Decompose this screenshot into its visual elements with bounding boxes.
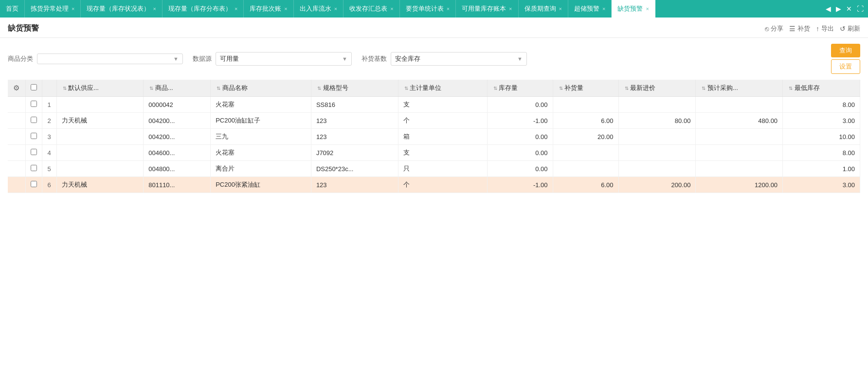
tab-home[interactable]: 首页 [0, 0, 25, 18]
sort-icon-stock[interactable]: ⇅ [493, 86, 497, 91]
td-supplier-5: 力天机械 [56, 177, 144, 193]
td-spec-4: DS250*23c... [311, 161, 398, 177]
sort-icon-unit[interactable]: ⇅ [404, 86, 408, 91]
table-row: 4 004600... 火花塞 J7092 支 0.00 8.00 [8, 145, 860, 161]
share-button[interactable]: ⎋ 分享 [765, 24, 783, 33]
datasource-value: 可用量 [220, 54, 239, 63]
th-replenish-qty: ⇅ 补货量 [553, 80, 618, 97]
row-checkbox-0[interactable] [31, 101, 37, 107]
td-replenish-5: 6.00 [553, 177, 618, 193]
th-settings: ⚙ [8, 80, 25, 97]
tab-receipt-summary[interactable]: 收发存汇总表 × [344, 0, 399, 18]
tab-nav-next[interactable]: ▶ [833, 0, 844, 18]
td-supplier-1: 力天机械 [56, 113, 144, 129]
sort-icon-code[interactable]: ⇅ [149, 86, 153, 91]
td-unit-4: 只 [398, 161, 487, 177]
td-rownum-4: 5 [42, 161, 56, 177]
sort-icon-replenish[interactable]: ⇅ [559, 86, 563, 91]
th-estimated-purchase: ⇅ 预计采购... [696, 80, 783, 97]
tab-close-receipt-summary[interactable]: × [390, 6, 393, 12]
td-min-stock-0: 8.00 [783, 97, 860, 113]
tab-close-inventory-status[interactable]: × [153, 6, 156, 12]
td-stock-2: 0.00 [487, 129, 553, 145]
replenish-base-arrow-icon: ▼ [517, 56, 523, 62]
tab-inventory-dist[interactable]: 现存量（库存分布表） × [163, 0, 244, 18]
td-unit-3: 支 [398, 145, 487, 161]
column-settings-icon[interactable]: ⚙ [13, 84, 19, 92]
tab-close-defect-process[interactable]: × [72, 6, 74, 12]
tab-close-available-ledger[interactable]: × [509, 6, 512, 12]
sort-icon-supplier[interactable]: ⇅ [63, 86, 67, 91]
category-select[interactable]: ▼ [37, 53, 183, 64]
td-min-stock-3: 8.00 [783, 145, 860, 161]
tab-expiry-query[interactable]: 保质期查询 × [519, 0, 568, 18]
td-estimated-3 [696, 145, 783, 161]
td-min-stock-4: 1.00 [783, 161, 860, 177]
td-stock-5: -1.00 [487, 177, 553, 193]
tab-close-overstock-warn[interactable]: × [602, 6, 605, 12]
category-label: 商品分类 [8, 54, 33, 63]
tab-available-ledger[interactable]: 可用量库存账本 × [456, 0, 518, 18]
datasource-label: 数据源 [193, 54, 212, 63]
td-rownum-3: 4 [42, 145, 56, 161]
td-checkbox-0 [25, 97, 42, 113]
tab-close-expiry-query[interactable]: × [559, 6, 562, 12]
query-button[interactable]: 查询 [831, 44, 860, 57]
tab-close-inventory-dist[interactable]: × [235, 6, 237, 12]
select-all-checkbox[interactable] [31, 84, 37, 90]
tab-overstock-warn[interactable]: 超储预警 × [568, 0, 612, 18]
tab-shortage-warn[interactable]: 缺货预警 × [612, 0, 655, 18]
td-unit-2: 箱 [398, 129, 487, 145]
export-button[interactable]: ↑ 导出 [816, 24, 834, 33]
th-min-stock: ⇅ 最低库存 [783, 80, 860, 97]
sort-icon-spec[interactable]: ⇅ [317, 86, 321, 91]
tab-order-stats[interactable]: 要货单统计表 × [400, 0, 456, 18]
td-name-3: 火花塞 [211, 145, 311, 161]
tab-close-batch-ledger[interactable]: × [284, 6, 287, 12]
replenish-button[interactable]: ☰ 补货 [789, 24, 810, 33]
th-row-num [42, 80, 56, 97]
row-checkbox-5[interactable] [31, 181, 37, 187]
td-price-5: 200.00 [618, 177, 696, 193]
row-checkbox-4[interactable] [31, 165, 37, 171]
tab-batch-ledger[interactable]: 库存批次账 × [244, 0, 293, 18]
td-spec-0: SS816 [311, 97, 398, 113]
td-rownum-1: 2 [42, 113, 56, 129]
tab-inventory-status[interactable]: 现存量（库存状况表） × [81, 0, 162, 18]
td-spec-1: 123 [311, 113, 398, 129]
category-arrow-icon: ▼ [173, 56, 179, 62]
sort-icon-min-stock[interactable]: ⇅ [789, 86, 793, 91]
row-checkbox-3[interactable] [31, 149, 37, 155]
datasource-select[interactable]: 可用量 ▼ [216, 52, 352, 66]
th-checkbox [25, 80, 42, 97]
tab-flow[interactable]: 出入库流水 × [294, 0, 344, 18]
sort-icon-estimated[interactable]: ⇅ [702, 86, 705, 91]
tab-defect-process[interactable]: 拣货异常处理 × [25, 0, 81, 18]
row-checkbox-1[interactable] [31, 117, 37, 123]
share-icon: ⎋ [765, 25, 769, 33]
export-icon: ↑ [816, 25, 819, 33]
settings-button[interactable]: 设置 [831, 59, 860, 74]
td-min-stock-5: 3.00 [783, 177, 860, 193]
td-supplier-3 [56, 145, 144, 161]
sort-icon-price[interactable]: ⇅ [625, 86, 629, 91]
tab-nav-prev[interactable]: ◀ [823, 0, 833, 18]
tab-close-shortage-warn[interactable]: × [646, 6, 649, 12]
td-spec-3: J7092 [311, 145, 398, 161]
td-estimated-5: 1200.00 [696, 177, 783, 193]
th-latest-price: ⇅ 最新进价 [618, 80, 696, 97]
refresh-button[interactable]: ↺ 刷新 [840, 24, 860, 33]
tab-close-flow[interactable]: × [334, 6, 337, 12]
tab-close-order-stats[interactable]: × [447, 6, 450, 12]
sort-icon-name[interactable]: ⇅ [217, 86, 220, 91]
td-code-2: 004200... [144, 129, 211, 145]
row-checkbox-2[interactable] [31, 133, 37, 139]
td-stock-0: 0.00 [487, 97, 553, 113]
td-code-3: 004600... [144, 145, 211, 161]
refresh-icon: ↺ [840, 25, 846, 33]
td-name-4: 离合片 [211, 161, 311, 177]
replenish-base-select[interactable]: 安全库存 ▼ [391, 52, 527, 66]
tab-nav-fullscreen[interactable]: ⛶ [854, 0, 866, 18]
tab-nav-close-others[interactable]: ✕ [844, 0, 854, 18]
datasource-filter-group: 数据源 可用量 ▼ [193, 52, 352, 66]
